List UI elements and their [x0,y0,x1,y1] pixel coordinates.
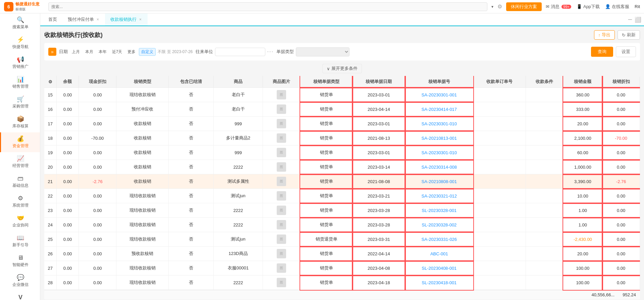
sidebar-item-system[interactable]: ⚙ 系统管理 [0,192,40,212]
online-service-label: 在线客服 [612,4,629,10]
td-goods-img: 图 [263,88,300,102]
bill-no-link[interactable]: SL-20230418-001 [422,280,457,285]
window-maximize-icon[interactable]: ⬜ [635,16,641,23]
sidebar-item-wechat[interactable]: 💬 企业微信 [0,271,40,291]
td-balance: 0.00 [56,203,79,218]
sidebar-item-base[interactable]: 🗃 基础信息 [0,172,40,192]
export-btn[interactable]: ↑ 导出 [594,30,615,40]
sidebar-item-inventory[interactable]: 📦 库存核算 [0,113,40,132]
bill-no-link[interactable]: SA-20210813-001 [422,136,457,141]
from-unit-input[interactable] [215,48,265,56]
filter-expand-btn[interactable]: » [48,48,56,56]
td-id: 23 [44,203,56,218]
tab-prepay[interactable]: 预付冲应付单 × [62,13,105,26]
td-goods-img: 图 [263,203,300,218]
bill-no-link[interactable]: SA-20230331-026 [422,237,457,242]
tab-prepay-close[interactable]: × [96,17,100,22]
date-opt-custom[interactable]: 自定义 [139,48,156,56]
bill-no-link[interactable]: SA-20230301-001 [422,92,457,97]
td-settled: 否 [169,189,214,203]
bill-no-link[interactable]: SL-20230328-001 [422,208,457,213]
industry-btn[interactable]: 休闲行业方案 [506,2,542,11]
bill-no-link[interactable]: SA-20230314-008 [422,165,457,170]
date-opt-more[interactable]: 更多 [125,48,138,55]
bill-type-select[interactable] [296,47,350,56]
expand-more-label: 展开更多条件 [331,66,358,72]
date-opt-this-month[interactable]: 本月 [83,48,95,55]
td-amount: 100.00 [563,275,602,290]
td-amount: 10.00 [563,189,602,203]
bill-no-link[interactable]: SA-20210808-001 [422,179,457,184]
sidebar-item-quick[interactable]: ⚡ 快捷导航 [0,33,40,53]
sidebar-item-collab-label: 企业协同 [12,222,29,228]
td-terms [526,131,563,145]
sidebar-item-guide[interactable]: 📖 新手引导 [0,231,40,251]
tab-cashwrite-close[interactable]: × [139,17,142,22]
date-opt-this-year[interactable]: 本年 [97,48,109,55]
export-icon: ↑ [598,33,601,38]
td-id: 17 [44,117,56,131]
user-menu-btn[interactable]: Rit [635,4,640,9]
filter-date-group: 日期 上月 本月 本年 近7天 更多 自定义 不限 至 2023-07-26 [59,48,193,56]
tab-cashwrite[interactable]: 收款核销执行 × [105,13,148,26]
bill-no-link[interactable]: SA-20230414-017 [422,107,457,112]
expand-more-btn[interactable]: ∨ 展开更多条件 [322,64,362,73]
base-icon: 🗃 [17,175,23,181]
td-cash-discount: 0.00 [79,102,116,117]
td-bill-no: SA-20230301-010 [405,145,474,160]
table-row: 17 0.00 0.00 收款核销 否 999 图 销货单 2023-03-01… [44,117,640,131]
table-row: 21 0.00 -2.76 收款核销 否 测试多属性 图 销货单 2021-08… [44,174,640,189]
sidebar-item-finance[interactable]: 💰 资金管理 [0,132,40,152]
td-id: 24 [44,218,56,232]
td-amount: 1.00 [563,203,602,218]
bill-no-link[interactable]: SL-20230408-001 [422,266,457,271]
th-bill-date: 核销单据日期 [353,76,405,88]
td-order-no [473,102,526,117]
bill-type-label: 单据类型 [276,49,294,55]
td-amount: 100.00 [563,261,602,275]
bill-no-link[interactable]: SA-20230321-012 [422,194,457,199]
td-balance: 0.00 [56,117,79,131]
tab-home[interactable]: 首页 [43,13,62,26]
online-service-btn[interactable]: 👤 在线客服 [605,4,629,10]
user-name: Rit [635,4,640,9]
main-content: 首页 预付冲应付单 × 收款核销执行 × ─ ⬜ 收款核销执行(按收款) [40,13,644,300]
app-download-btn[interactable]: 📱 App下载 [577,4,600,10]
sidebar-item-hardware-label: 智能硬件 [12,262,29,268]
sidebar-item-sales[interactable]: 📊 销售管理 [0,73,40,93]
td-settled: 否 [169,117,214,131]
date-opt-7days[interactable]: 近7天 [110,48,124,55]
settings-btn[interactable]: 设置 [616,46,636,57]
td-order-no [473,174,526,189]
td-balance: 0.00 [56,275,79,290]
sidebar-item-purchase[interactable]: 🛒 采购管理 [0,93,40,113]
date-opt-last-month[interactable]: 上月 [70,48,82,55]
page-header: 收款核销执行(按收款) ↑ 导出 ↻ 刷新 [44,30,640,40]
footer-discount-value: 952.24 [623,292,636,297]
query-btn[interactable]: 查询 [591,47,613,57]
top-search-input[interactable] [48,2,487,11]
window-minimize-icon[interactable]: ─ [628,16,632,23]
sidebar-item-marketing[interactable]: 📢 营销推广 [0,53,40,73]
td-bill-date: 2023-03-01 [353,117,405,131]
td-type: 现结收款核销 [116,261,169,275]
bill-no-link[interactable]: SA-20230301-010 [422,121,457,126]
bill-no-link[interactable]: SA-20230301-010 [422,150,457,155]
bill-no-link[interactable]: ABC-001 [430,251,448,256]
sidebar-item-vip[interactable]: V 畅会员 [0,291,40,300]
th-discount: 核销折扣 [602,76,640,88]
td-bill-no: SA-20230314-008 [405,160,474,174]
sidebar-item-operation[interactable]: 📈 经营管理 [0,152,40,172]
table-row: 19 0.00 0.00 收款核销 否 999 图 销货单 2023-03-01… [44,145,640,160]
sidebar-item-hardware[interactable]: 🖥 智能硬件 [0,251,40,271]
bill-no-link[interactable]: SL-20230328-002 [422,222,457,227]
td-balance: 0.00 [56,88,79,102]
sidebar-item-collab[interactable]: 🤝 企业协同 [0,212,40,231]
refresh-btn[interactable]: ↻ 刷新 [618,30,640,40]
sidebar-item-search[interactable]: 🔍 搜索菜单 [0,13,40,33]
messages-btn[interactable]: ✉ 消息 99+ [546,4,571,10]
gear-icon[interactable]: ⚙ [497,3,502,10]
dropdown-icon[interactable]: ▾ [491,4,493,9]
td-amount: 360.00 [563,88,602,102]
td-bill-type: 销货单 [300,174,353,189]
